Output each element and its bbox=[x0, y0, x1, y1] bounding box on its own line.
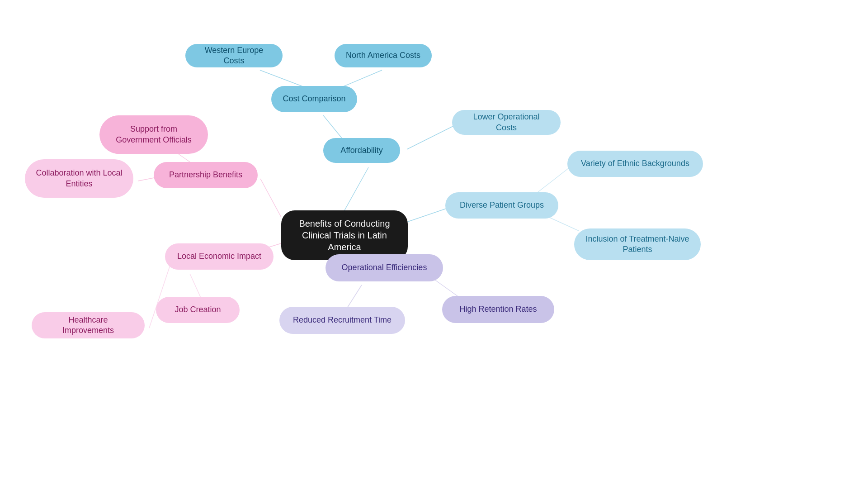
variety-ethnic-node: Variety of Ethnic Backgrounds bbox=[567, 151, 703, 177]
collaboration-local-node: Collaboration with Local Entities bbox=[25, 159, 133, 198]
job-creation-node: Job Creation bbox=[156, 297, 240, 323]
svg-line-2 bbox=[260, 70, 307, 88]
svg-line-13 bbox=[190, 274, 201, 299]
diverse-patient-groups-node: Diverse Patient Groups bbox=[445, 192, 558, 219]
reduced-recruitment-label: Reduced Recruitment Time bbox=[293, 315, 392, 325]
partnership-benefits-node: Partnership Benefits bbox=[154, 162, 258, 188]
svg-line-1 bbox=[323, 115, 344, 140]
variety-ethnic-label: Variety of Ethnic Backgrounds bbox=[581, 158, 689, 169]
support-government-label: Support from Government Officials bbox=[109, 124, 198, 145]
collaboration-label: Collaboration with Local Entities bbox=[35, 168, 123, 189]
north-america-label: North America Costs bbox=[346, 50, 420, 61]
partnership-label: Partnership Benefits bbox=[169, 170, 242, 180]
high-retention-node: High Retention Rates bbox=[442, 296, 554, 323]
svg-line-5 bbox=[408, 208, 448, 222]
svg-line-15 bbox=[346, 285, 362, 310]
local-economic-label: Local Economic Impact bbox=[177, 251, 261, 262]
svg-line-3 bbox=[339, 70, 382, 88]
diverse-patient-label: Diverse Patient Groups bbox=[460, 200, 544, 210]
svg-line-4 bbox=[407, 124, 457, 149]
operational-efficiencies-node: Operational Efficiencies bbox=[326, 254, 443, 281]
support-government-node: Support from Government Officials bbox=[99, 115, 208, 154]
inclusion-treatment-node: Inclusion of Treatment-Naive Patients bbox=[574, 228, 701, 260]
north-america-node: North America Costs bbox=[335, 44, 432, 67]
cost-comparison-label: Cost Comparison bbox=[283, 94, 345, 104]
svg-line-0 bbox=[344, 167, 368, 210]
center-node: Benefits of Conducting Clinical Trials i… bbox=[281, 210, 408, 260]
job-creation-label: Job Creation bbox=[175, 304, 221, 315]
operational-label: Operational Efficiencies bbox=[342, 262, 427, 273]
high-retention-label: High Retention Rates bbox=[459, 304, 537, 314]
western-europe-label: Western Europe Costs bbox=[195, 45, 273, 67]
cost-comparison-node: Cost Comparison bbox=[271, 86, 357, 112]
lower-operational-label: Lower Operational Costs bbox=[462, 112, 551, 133]
inclusion-treatment-label: Inclusion of Treatment-Naive Patients bbox=[584, 234, 691, 255]
svg-line-8 bbox=[260, 179, 281, 217]
healthcare-improvements-node: Healthcare Improvements bbox=[32, 312, 145, 338]
healthcare-label: Healthcare Improvements bbox=[42, 315, 135, 336]
affordability-node: Affordability bbox=[323, 138, 400, 163]
lower-operational-costs-node: Lower Operational Costs bbox=[452, 110, 561, 135]
center-label: Benefits of Conducting Clinical Trials i… bbox=[291, 218, 398, 253]
reduced-recruitment-node: Reduced Recruitment Time bbox=[279, 307, 405, 334]
affordability-label: Affordability bbox=[340, 145, 383, 156]
western-europe-node: Western Europe Costs bbox=[185, 44, 283, 67]
local-economic-node: Local Economic Impact bbox=[165, 243, 274, 270]
